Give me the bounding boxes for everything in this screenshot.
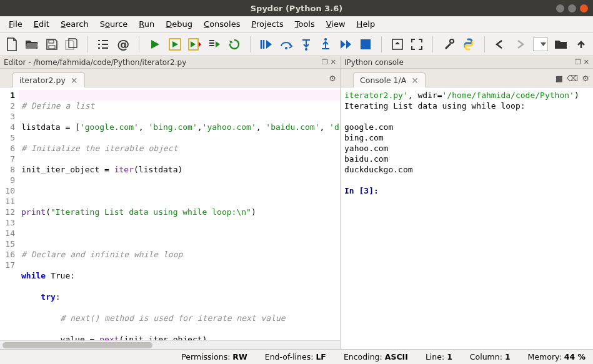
console-tab[interactable]: Console 1/A ✕: [353, 72, 426, 87]
status-line: Line: 1: [426, 352, 452, 362]
console-close-icon[interactable]: ✕: [584, 58, 589, 66]
console-output[interactable]: iterator2.py', wdir='/home/fahmida/code/…: [341, 87, 593, 349]
console-restore-icon[interactable]: ❐: [575, 58, 581, 66]
editor-pane-header: Editor - /home/fahmida/code/Python/itera…: [0, 56, 340, 69]
window-titlebar: Spyder (Python 3.6): [0, 0, 593, 16]
fullscreen-icon[interactable]: [411, 37, 424, 52]
svg-rect-7: [361, 39, 371, 49]
status-encoding: Encoding: ASCII: [344, 352, 408, 362]
scrollbar-thumb[interactable]: [2, 342, 152, 348]
continue-icon[interactable]: [339, 37, 352, 52]
editor-options-icon[interactable]: ⚙: [329, 74, 336, 83]
at-icon[interactable]: @: [116, 37, 130, 52]
console-stop-icon[interactable]: ■: [556, 74, 563, 83]
minimize-button[interactable]: [556, 4, 564, 12]
console-pane: IPython console ❐ ✕ Console 1/A ✕ ■ ⌫ ⚙ …: [341, 56, 593, 349]
save-all-icon[interactable]: [65, 37, 79, 52]
preferences-icon[interactable]: [442, 37, 456, 52]
console-pane-header: IPython console ❐ ✕: [341, 56, 593, 69]
editor-tab-close-icon[interactable]: ✕: [71, 77, 78, 84]
line-number-gutter: 1 2 3 4 5 6 7 8 9 10 11 12 13 14 15 16 1: [0, 87, 19, 340]
stop-debug-icon[interactable]: [359, 37, 372, 52]
new-file-icon[interactable]: [5, 37, 19, 52]
forward-icon[interactable]: [514, 37, 527, 52]
save-icon[interactable]: [45, 37, 59, 52]
step-out-icon[interactable]: [319, 37, 332, 52]
svg-rect-0: [49, 40, 54, 43]
console-tab-close-icon[interactable]: ✕: [411, 77, 419, 84]
window-controls: [556, 4, 588, 12]
working-dir-combo[interactable]: [533, 37, 548, 51]
menu-consoles[interactable]: Consoles: [199, 17, 245, 31]
menu-source[interactable]: Source: [95, 17, 133, 31]
browse-dir-icon[interactable]: [554, 37, 568, 52]
editor-tabbar: iterator2.py ✕ ⚙: [0, 69, 340, 87]
menu-run[interactable]: Run: [134, 17, 159, 31]
status-memory: Memory: 44 %: [528, 352, 586, 362]
menu-search[interactable]: Search: [56, 17, 94, 31]
svg-point-5: [305, 48, 307, 51]
maximize-button[interactable]: [568, 4, 576, 12]
svg-point-4: [285, 47, 287, 49]
svg-point-9: [450, 39, 454, 43]
close-window-button[interactable]: [580, 4, 588, 12]
status-bar: Permissions: RW End-of-lines: LF Encodin…: [0, 349, 593, 364]
main-split: Editor - /home/fahmida/code/Python/itera…: [0, 56, 593, 349]
status-permissions: Permissions: RW: [181, 352, 247, 362]
menu-projects[interactable]: Projects: [246, 17, 288, 31]
console-tabbar: Console 1/A ✕ ■ ⌫ ⚙: [341, 69, 593, 87]
step-over-icon[interactable]: [279, 37, 293, 52]
menu-debug[interactable]: Debug: [161, 17, 197, 31]
debug-play-icon[interactable]: [259, 37, 273, 52]
rerun-icon[interactable]: [227, 37, 241, 52]
editor-h-scrollbar[interactable]: [0, 340, 340, 349]
run-selection-icon[interactable]: [208, 37, 222, 52]
editor-pane: Editor - /home/fahmida/code/Python/itera…: [0, 56, 341, 349]
open-file-icon[interactable]: [25, 37, 39, 52]
console-pane-title: IPython console: [344, 58, 575, 67]
back-icon[interactable]: [494, 37, 507, 52]
svg-point-6: [324, 38, 327, 41]
code-editor[interactable]: 1 2 3 4 5 6 7 8 9 10 11 12 13 14 15 16 1: [0, 87, 340, 340]
console-tab-label: Console 1/A: [360, 76, 406, 85]
parent-dir-icon[interactable]: [574, 37, 588, 52]
svg-rect-1: [49, 46, 55, 49]
outline-icon[interactable]: [97, 37, 111, 52]
menu-bar: File Edit Search Source Run Debug Consol…: [0, 16, 593, 32]
step-into-icon[interactable]: [299, 37, 313, 52]
editor-close-icon[interactable]: ✕: [331, 58, 336, 66]
editor-restore-icon[interactable]: ❐: [322, 58, 328, 66]
status-eol: End-of-lines: LF: [265, 352, 326, 362]
menu-edit[interactable]: Edit: [29, 17, 54, 31]
code-content[interactable]: # Define a list listdata = ['google.com'…: [19, 87, 339, 340]
menu-file[interactable]: File: [4, 17, 27, 31]
editor-tab-label: iterator2.py: [19, 76, 66, 85]
run-cell-icon[interactable]: [168, 37, 182, 52]
run-cell-advance-icon[interactable]: [188, 37, 202, 52]
editor-pane-title: Editor - /home/fahmida/code/Python/itera…: [4, 58, 322, 67]
editor-tab[interactable]: iterator2.py ✕: [12, 72, 85, 87]
window-title: Spyder (Python 3.6): [5, 4, 588, 13]
menu-help[interactable]: Help: [352, 17, 381, 31]
run-icon[interactable]: [148, 37, 162, 52]
python-path-icon[interactable]: [462, 37, 476, 52]
console-clear-icon[interactable]: ⌫: [567, 74, 578, 83]
menu-view[interactable]: View: [321, 17, 351, 31]
maximize-pane-icon[interactable]: [391, 37, 404, 52]
menu-tools[interactable]: Tools: [290, 17, 320, 31]
console-options-icon[interactable]: ⚙: [582, 74, 589, 83]
main-toolbar: @: [0, 32, 593, 56]
status-column: Column: 1: [470, 352, 511, 362]
